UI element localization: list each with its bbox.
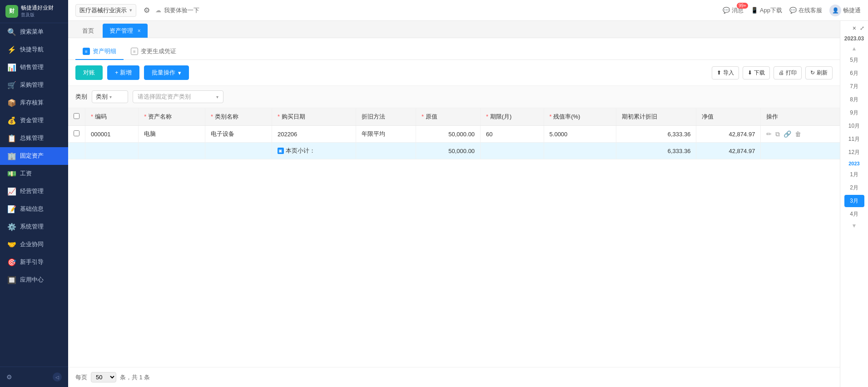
batch-ops-button[interactable]: 批量操作 ▾	[144, 65, 189, 80]
edit-icon[interactable]: ✏	[766, 130, 772, 138]
delete-icon[interactable]: 🗑	[795, 130, 801, 138]
month-5[interactable]: 5月	[844, 54, 864, 66]
sub-tab-change-voucher[interactable]: ≡ 变更生成凭证	[124, 44, 184, 60]
month-2023-1[interactable]: 1月	[844, 169, 864, 181]
tab-close-icon[interactable]: ×	[138, 28, 141, 34]
download-label: 下载	[754, 69, 765, 77]
sys-mgmt-icon: ⚙️	[7, 223, 16, 231]
total-text: 条，共 1 条	[120, 373, 150, 382]
asset-table-wrap: 编码 资产名称 类别名称 购买日期 折旧方法 原值 期限(月) 残值率(%) 期…	[68, 108, 840, 367]
sidebar-nav: 🔍 搜索菜单 ⚡ 快捷导航 📊 销售管理 🛒 采购管理 📦 库存核算 💰 资金管…	[0, 23, 68, 367]
sidebar-item-finance[interactable]: 💰 资金管理	[0, 112, 68, 129]
subtotal-empty-2	[85, 143, 139, 159]
finance-icon: 💰	[7, 116, 16, 125]
th-depreciation-method: 折旧方法	[356, 108, 416, 126]
month-2023-2[interactable]: 2月	[844, 182, 864, 194]
th-category: 类别名称	[205, 108, 272, 126]
sidebar-item-label: 基础信息	[20, 205, 44, 213]
right-panel-expand-icon[interactable]: ⤢	[860, 25, 864, 31]
settings-bottom-icon[interactable]: ⚙	[6, 373, 12, 381]
subtotal-cumulative-depreciation: 6,333.36	[616, 143, 696, 159]
sidebar-item-inventory[interactable]: 📦 库存核算	[0, 94, 68, 112]
month-10[interactable]: 10月	[844, 120, 864, 132]
th-name: 资产名称	[139, 108, 205, 126]
row-checkbox[interactable]	[74, 130, 79, 136]
topbar-settings-icon[interactable]: ⚙	[144, 6, 150, 15]
app-download-label: App下载	[760, 6, 782, 15]
sidebar-item-sales[interactable]: 📊 销售管理	[0, 59, 68, 76]
sidebar-item-fixed-assets[interactable]: 🏢 固定资产	[0, 147, 68, 165]
sidebar-bottom: ⚙ ◁	[0, 367, 68, 387]
link-icon[interactable]: 🔗	[784, 130, 791, 138]
tab-home[interactable]: 首页	[75, 24, 101, 38]
sidebar-item-ops[interactable]: 📈 经营管理	[0, 183, 68, 200]
sidebar-item-quick-nav[interactable]: ⚡ 快捷导航	[0, 41, 68, 59]
per-page-select[interactable]: 50 100	[91, 372, 116, 382]
month-9[interactable]: 9月	[844, 107, 864, 119]
subtotal-label-cell: ▣ 本页小计：	[272, 143, 356, 159]
month-7[interactable]: 7月	[844, 80, 864, 93]
refresh-button[interactable]: ↻ 刷新	[805, 66, 833, 79]
company-arrow-icon: ▾	[129, 7, 132, 13]
message-button[interactable]: 💬 消息 99+	[723, 6, 744, 15]
month-2023-3[interactable]: 3月	[844, 195, 864, 207]
right-panel-close-icon[interactable]: ×	[853, 25, 856, 32]
month-6[interactable]: 6月	[844, 67, 864, 79]
sidebar-item-guide[interactable]: 🎯 新手引导	[0, 253, 68, 271]
inventory-icon: 📦	[7, 99, 16, 107]
tab-asset-management[interactable]: 资产管理 ×	[103, 24, 148, 38]
duplicate-icon[interactable]: ⧉	[775, 130, 780, 138]
row-code: 000001	[91, 131, 110, 138]
month-11[interactable]: 11月	[844, 133, 864, 145]
import-button[interactable]: ⬆ 导入	[712, 66, 739, 79]
sidebar-item-basic-info[interactable]: 📝 基础信息	[0, 200, 68, 218]
category-filter-select[interactable]: 类别 ▾	[92, 90, 128, 103]
td-original-value: 50,000.00	[416, 126, 481, 143]
th-code-label: 编码	[91, 113, 107, 120]
th-purchase-date: 购买日期	[272, 108, 356, 126]
sidebar-item-search[interactable]: 🔍 搜索菜单	[0, 23, 68, 41]
sidebar-item-sys-mgmt[interactable]: ⚙️ 系统管理	[0, 218, 68, 236]
sidebar-item-payroll[interactable]: 💵 工资	[0, 165, 68, 183]
asset-table: 编码 资产名称 类别名称 购买日期 折旧方法 原值 期限(月) 残值率(%) 期…	[68, 108, 840, 159]
subtotal-row: ▣ 本页小计： 50,000.00 6,333.36	[68, 143, 840, 159]
content-wrap: 首页 资产管理 × ≡ 资产明细 ≡ 变更生成凭证	[68, 21, 868, 387]
sidebar-item-label: 工资	[20, 169, 32, 178]
sidebar-item-purchase[interactable]: 🛒 采购管理	[0, 76, 68, 94]
month-12[interactable]: 12月	[844, 146, 864, 159]
company-selector[interactable]: 医疗器械行业演示 ▾	[75, 4, 136, 17]
th-residual-rate-label: 残值率(%)	[550, 113, 580, 120]
print-label: 打印	[786, 69, 797, 77]
month-2023-4[interactable]: 4月	[844, 208, 864, 220]
table-header-row: 编码 资产名称 类别名称 购买日期 折旧方法 原值 期限(月) 残值率(%) 期…	[68, 108, 840, 126]
print-button[interactable]: 🖨 打印	[774, 66, 802, 79]
fixed-assets-icon: 🏢	[7, 152, 16, 160]
add-button[interactable]: + 新增	[107, 65, 139, 80]
td-code: 000001	[85, 126, 139, 143]
month-nav-down[interactable]: ▼	[852, 221, 857, 231]
sidebar-collapse-button[interactable]: ◁	[53, 372, 62, 382]
td-name: 电脑	[139, 126, 205, 143]
category-filter-input[interactable]: 请选择固定资产类别 ▾	[133, 90, 223, 103]
online-service-button[interactable]: 💬 在线客服	[789, 6, 822, 15]
sidebar-item-label: 应用中心	[20, 276, 44, 284]
sidebar-item-collab[interactable]: 🤝 企业协同	[0, 236, 68, 253]
row-purchase-date: 202206	[278, 131, 297, 138]
reconcile-button[interactable]: 对账	[75, 65, 103, 80]
th-cumulative-depreciation: 期初累计折旧	[616, 108, 696, 126]
sidebar-item-ledger[interactable]: 📋 总账管理	[0, 129, 68, 147]
user-menu[interactable]: 👤 畅捷通	[829, 5, 861, 16]
month-nav-up[interactable]: ▲	[852, 44, 857, 54]
download-button[interactable]: ⬇ 下载	[743, 66, 770, 79]
app-download-button[interactable]: 📱 App下载	[751, 6, 782, 15]
sales-icon: 📊	[7, 63, 16, 72]
sub-tab-asset-detail[interactable]: ≡ 资产明细	[75, 44, 124, 60]
month-8[interactable]: 8月	[844, 94, 864, 106]
logo-sub: 普及版	[21, 12, 54, 18]
td-depreciation-method: 年限平均	[356, 126, 416, 143]
sidebar-item-app-center[interactable]: 🔲 应用中心	[0, 271, 68, 289]
experience-button[interactable]: ☁ 我要体验一下	[155, 6, 199, 15]
select-all-checkbox[interactable]	[74, 113, 79, 119]
td-checkbox	[68, 126, 85, 143]
filter-row: 类别 类别 ▾ 请选择固定资产类别 ▾	[68, 86, 840, 108]
